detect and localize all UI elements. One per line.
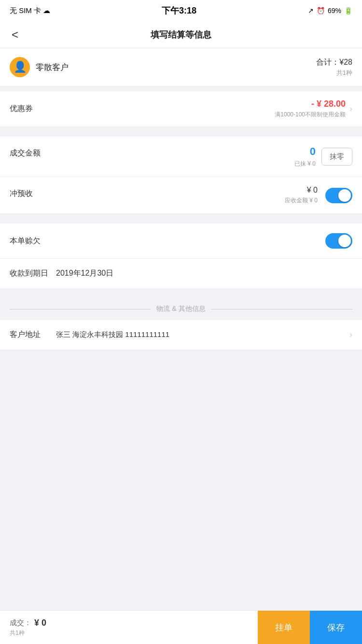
prepayment-toggle-thumb [338, 189, 351, 202]
coupon-label: 优惠券 [10, 104, 33, 114]
alarm-icon: ⏰ [317, 7, 325, 14]
round-off-button[interactable]: 抹零 [321, 148, 352, 166]
address-label: 客户地址 [10, 330, 48, 340]
prepayment-value-wrap: ¥ 0 应收金额 ¥ 0 [285, 186, 318, 205]
address-chevron: › [349, 330, 352, 340]
logistics-line-left [10, 309, 151, 309]
nav-bar: < 填写结算等信息 [0, 21, 362, 48]
prepayment-toggle-track [325, 188, 352, 203]
debt-toggle-thumb [338, 235, 351, 247]
due-date-value: 2019年12月30日 [56, 268, 113, 279]
coupon-discount: - ¥ 28.00 [275, 99, 346, 109]
prepayment-toggle[interactable] [325, 188, 352, 203]
customer-count: 共1种 [316, 69, 352, 77]
bottom-bar: 成交： ¥ 0 共1种 挂单 保存 [0, 610, 362, 644]
customer-card: 👤 零散客户 合计：¥28 共1种 [0, 48, 362, 86]
logistics-section: 物流 & 其他信息 [0, 298, 362, 320]
no-sim-label: 无 SIM 卡 ☁ [10, 6, 50, 15]
address-card: 客户地址 张三 海淀永丰科技园 11111111111 › [0, 320, 362, 350]
deal-value-wrap: 0 已抹 ¥ 0 [294, 145, 316, 168]
bottom-summary: 成交： ¥ 0 共1种 [0, 618, 258, 637]
divider-3 [0, 293, 362, 298]
address-value: 张三 海淀永丰科技园 11111111111 [56, 330, 349, 339]
logistics-line-right [211, 309, 352, 309]
empty-space [0, 355, 362, 442]
status-bar: 无 SIM 卡 ☁ 下午3:18 ↗ ⏰ 69% 🔋 [0, 0, 362, 21]
customer-row[interactable]: 👤 零散客户 合计：¥28 共1种 [0, 48, 362, 86]
customer-total: 合计：¥28 [316, 57, 352, 68]
back-button[interactable]: < [8, 24, 22, 45]
divider-2 [0, 219, 362, 224]
coupon-row[interactable]: 优惠券 - ¥ 28.00 满1000-100不限制使用金额 › [0, 91, 362, 127]
location-icon: ↗ [308, 7, 314, 14]
bottom-count: 共1种 [10, 629, 248, 637]
deal-amount-label: 成交金额 [10, 145, 41, 158]
customer-name: 零散客户 [36, 62, 69, 73]
coupon-desc: 满1000-100不限制使用金额 [275, 111, 346, 119]
status-right: ↗ ⏰ 69% 🔋 [308, 7, 352, 14]
prepayment-row: 冲预收 ¥ 0 应收金额 ¥ 0 [0, 177, 362, 214]
customer-avatar: 👤 [10, 57, 30, 77]
battery-icon: 🔋 [344, 7, 352, 14]
address-right: › [349, 330, 352, 340]
deal-right: 0 已抹 ¥ 0 抹零 [294, 145, 352, 168]
debt-card: 本单赊欠 收款到期日 2019年12月30日 [0, 224, 362, 288]
deal-sub: 已抹 ¥ 0 [294, 160, 316, 168]
logistics-divider: 物流 & 其他信息 [10, 305, 352, 313]
address-row[interactable]: 客户地址 张三 海淀永丰科技园 11111111111 › [0, 320, 362, 350]
bottom-deal-label: 成交： [10, 618, 31, 628]
status-left: 无 SIM 卡 ☁ [10, 6, 50, 15]
due-date-row[interactable]: 收款到期日 2019年12月30日 [0, 258, 362, 288]
prepayment-right: ¥ 0 应收金额 ¥ 0 [285, 186, 352, 205]
divider-1 [0, 132, 362, 137]
save-button[interactable]: 保存 [310, 611, 362, 644]
logistics-label: 物流 & 其他信息 [156, 305, 205, 313]
prepayment-value: ¥ 0 [285, 186, 318, 195]
deal-card: 成交金额 0 已抹 ¥ 0 抹零 冲预收 ¥ 0 应收金额 ¥ 0 [0, 137, 362, 214]
coupon-chevron: › [349, 104, 352, 114]
customer-left: 👤 零散客户 [10, 57, 69, 77]
bottom-actions: 挂单 保存 [258, 611, 362, 644]
coupon-value-wrap: - ¥ 28.00 满1000-100不限制使用金额 [275, 99, 346, 119]
bottom-deal-row: 成交： ¥ 0 [10, 618, 248, 628]
customer-summary: 合计：¥28 共1种 [316, 57, 352, 77]
debt-label: 本单赊欠 [10, 236, 41, 246]
debt-toggle-track [325, 233, 352, 249]
due-date-label: 收款到期日 [10, 268, 48, 279]
coupon-right: - ¥ 28.00 满1000-100不限制使用金额 › [275, 99, 352, 119]
deal-amount-row: 成交金额 0 已抹 ¥ 0 抹零 [0, 137, 362, 177]
deal-value: 0 [294, 145, 316, 158]
debt-toggle[interactable] [325, 233, 352, 249]
battery-label: 69% [328, 7, 341, 14]
debt-row: 本单赊欠 [0, 224, 362, 258]
coupon-card: 优惠券 - ¥ 28.00 满1000-100不限制使用金额 › [0, 91, 362, 127]
hang-button[interactable]: 挂单 [258, 611, 310, 644]
prepayment-label: 冲预收 [10, 186, 33, 199]
status-time: 下午3:18 [162, 5, 196, 16]
prepayment-sub: 应收金额 ¥ 0 [285, 196, 318, 205]
avatar-icon: 👤 [14, 61, 27, 73]
page-title: 填写结算等信息 [151, 29, 211, 41]
bottom-deal-value: ¥ 0 [34, 618, 46, 628]
main-content: 👤 零散客户 合计：¥28 共1种 优惠券 - ¥ 28.00 满1000-10… [0, 48, 362, 442]
